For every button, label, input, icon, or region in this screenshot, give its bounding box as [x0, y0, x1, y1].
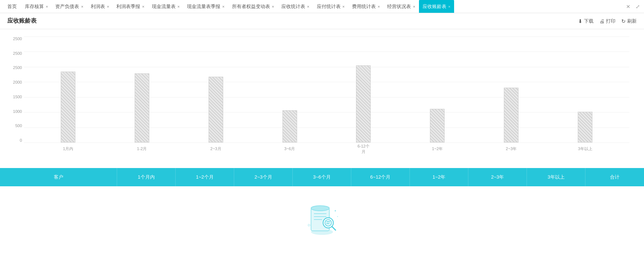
svg-line-8: [332, 226, 336, 230]
main-content: 2500 2500 2500 2000 1500 1000 500 0: [0, 29, 644, 263]
tab-home[interactable]: 首页: [3, 0, 21, 13]
y-label-0: 0: [20, 138, 22, 142]
bar-0: [61, 72, 75, 142]
tab-equity[interactable]: 所有者权益变动表 ×: [228, 0, 278, 13]
tab-profit-quarter-label: 利润表季报: [116, 3, 140, 10]
tab-balance[interactable]: 资产负债表 ×: [52, 0, 87, 13]
tab-ar-stat-label: 应收统计表: [281, 3, 305, 10]
tab-equity-label: 所有者权益变动表: [232, 3, 270, 10]
refresh-button[interactable]: ↻ 刷新: [621, 18, 637, 24]
bar-group-0: [61, 72, 75, 142]
tab-cashflow-quarter[interactable]: 现金流量表季报 ×: [183, 0, 228, 13]
bar-2: [209, 77, 223, 142]
tab-ap-stat[interactable]: 应付统计表 ×: [313, 0, 348, 13]
tab-profit-quarter[interactable]: 利润表季报 ×: [113, 0, 148, 13]
th-1: 1个月内: [117, 168, 176, 186]
th-2: 1~2个月: [176, 168, 234, 186]
tab-profit-close[interactable]: ×: [107, 4, 109, 9]
table-body: ✦ ✦ ⚙: [0, 186, 644, 252]
svg-point-7: [325, 220, 332, 226]
tab-balance-close[interactable]: ×: [81, 4, 83, 9]
tab-operation-label: 经营状况表: [387, 3, 411, 10]
tab-ar-stat-close[interactable]: ×: [307, 4, 309, 9]
tab-inventory-label: 库存核算: [25, 3, 44, 10]
tab-ar-aging[interactable]: 应收账龄表 ×: [419, 0, 454, 13]
bar-group-1: [135, 73, 149, 142]
tab-operation-close[interactable]: ×: [413, 4, 415, 9]
table-header: 客户1个月内1~2个月2~3个月3~6个月6~12个月1~2年2~3年3年以上合…: [0, 168, 644, 186]
refresh-icon: ↻: [621, 18, 626, 24]
tab-inventory-close[interactable]: ×: [46, 4, 48, 9]
th-6: 1~2年: [410, 168, 468, 186]
y-label-1500: 1500: [13, 95, 22, 99]
tab-cashflow-quarter-label: 现金流量表季报: [187, 3, 220, 10]
x-label-4: 6-12个月: [356, 144, 371, 153]
tab-inventory[interactable]: 库存核算 ×: [21, 0, 52, 13]
download-icon: ⬇: [578, 18, 583, 24]
bar-4: [356, 65, 371, 142]
tab-cashflow-quarter-close[interactable]: ×: [222, 4, 224, 9]
svg-point-2: [311, 206, 329, 211]
tab-balance-label: 资产负债表: [55, 3, 79, 10]
tab-cashflow-close[interactable]: ×: [177, 4, 180, 9]
page-title: 应收账龄表: [7, 17, 37, 25]
x-label-1: 1-2月: [135, 144, 149, 153]
y-label-500: 500: [15, 123, 22, 128]
tab-profit-label: 利润表: [91, 3, 105, 10]
tab-ar-aging-close[interactable]: ×: [448, 4, 450, 9]
chart-inner: [24, 37, 629, 142]
chart-area: 2500 2500 2500 2000 1500 1000 500 0: [0, 29, 644, 168]
x-label-3: 3~6月: [282, 144, 297, 153]
tab-profit[interactable]: 利润表 ×: [87, 0, 113, 13]
th-0: 客户: [0, 168, 117, 186]
tab-ap-stat-label: 应付统计表: [317, 3, 341, 10]
tab-bar: 首页 库存核算 × 资产负债表 × 利润表 × 利润表季报 × 现金流量表 × …: [0, 0, 644, 13]
tab-expense-stat-close[interactable]: ×: [378, 4, 380, 9]
refresh-label: 刷新: [627, 18, 637, 24]
tab-expense-stat[interactable]: 费用统计表 ×: [348, 0, 383, 13]
svg-text:⚙: ⚙: [307, 223, 311, 227]
download-button[interactable]: ⬇ 下载: [578, 18, 594, 24]
y-label-2500-3: 2500: [13, 65, 22, 70]
x-label-2: 2~3月: [209, 144, 223, 153]
x-label-5: 1~2年: [430, 144, 445, 153]
bar-3: [282, 110, 297, 142]
print-icon: 🖨: [599, 18, 604, 24]
tab-ar-stat[interactable]: 应收统计表 ×: [278, 0, 313, 13]
th-9: 合计: [585, 168, 644, 186]
tab-equity-close[interactable]: ×: [272, 4, 274, 9]
close-window-button[interactable]: ✕: [625, 3, 632, 10]
grid-line-bottom: [24, 142, 629, 143]
print-label: 打印: [606, 18, 615, 24]
bar-5: [430, 109, 445, 142]
tab-profit-quarter-close[interactable]: ×: [142, 4, 144, 9]
tab-home-label: 首页: [7, 3, 17, 10]
bar-group-5: [430, 109, 445, 142]
y-label-1000: 1000: [13, 109, 22, 114]
th-4: 3~6个月: [293, 168, 351, 186]
bar-group-2: [209, 77, 223, 142]
bars-container: [24, 37, 629, 142]
x-label-0: 1月内: [61, 144, 75, 153]
x-label-6: 2~3年: [504, 144, 518, 153]
tab-operation[interactable]: 经营状况表 ×: [383, 0, 419, 13]
bar-group-3: [282, 110, 297, 142]
tab-ap-stat-close[interactable]: ×: [342, 4, 345, 9]
chart-container: 2500 2500 2500 2000 1500 1000 500 0: [7, 37, 629, 153]
bar-group-4: [356, 65, 371, 142]
window-controls: ✕ ⤢: [625, 3, 641, 10]
tab-expense-stat-label: 费用统计表: [352, 3, 376, 10]
bar-1: [135, 73, 149, 142]
svg-text:✦: ✦: [334, 209, 337, 213]
empty-illustration: ✦ ✦ ⚙: [302, 201, 342, 237]
tab-cashflow-label: 现金流量表: [152, 3, 176, 10]
print-button[interactable]: 🖨 打印: [599, 18, 615, 24]
bar-7: [578, 112, 592, 142]
page-header: 应收账龄表 ⬇ 下载 🖨 打印 ↻ 刷新: [0, 13, 644, 29]
tab-cashflow[interactable]: 现金流量表 ×: [148, 0, 183, 13]
th-3: 2~3个月: [234, 168, 293, 186]
y-label-2500-2: 2500: [13, 51, 22, 56]
maximize-window-button[interactable]: ⤢: [634, 3, 641, 10]
bar-6: [504, 88, 518, 142]
x-axis: 1月内1-2月2~3月3~6月6-12个月1~2年2~3年3年以上: [24, 144, 629, 153]
